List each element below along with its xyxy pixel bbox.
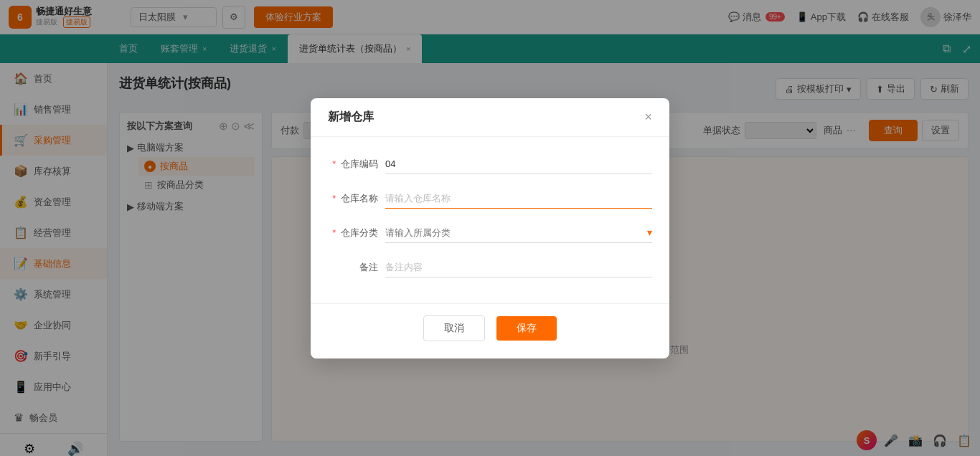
add-warehouse-modal: 新增仓库 × * 仓库编码 * 仓库名称 <box>311 98 669 358</box>
form-row-name: * 仓库名称 <box>328 189 652 209</box>
modal-overlay[interactable]: 新增仓库 × * 仓库编码 * 仓库名称 <box>0 0 980 456</box>
modal-body: * 仓库编码 * 仓库名称 * 仓库分类 <box>311 137 669 303</box>
modal-header: 新增仓库 × <box>311 98 669 137</box>
name-label: * 仓库名称 <box>328 192 385 205</box>
modal-footer: 取消 保存 <box>311 303 669 358</box>
cancel-button[interactable]: 取消 <box>423 315 485 341</box>
form-row-note: 备注 <box>328 257 652 277</box>
name-required: * <box>332 193 336 204</box>
category-select-wrapper: ▾ <box>385 223 652 243</box>
category-label: * 仓库分类 <box>328 227 385 239</box>
save-button[interactable]: 保存 <box>496 316 557 341</box>
form-row-category: * 仓库分类 ▾ <box>328 223 652 243</box>
name-input[interactable] <box>385 189 652 209</box>
code-label: * 仓库编码 <box>328 158 385 171</box>
code-required: * <box>332 158 336 169</box>
note-label: 备注 <box>328 261 385 274</box>
form-row-code: * 仓库编码 <box>328 154 652 174</box>
note-input[interactable] <box>385 257 652 277</box>
modal-close-button[interactable]: × <box>644 110 652 125</box>
category-chevron-icon: ▾ <box>647 227 652 238</box>
category-required: * <box>332 227 336 238</box>
code-input[interactable] <box>385 154 652 174</box>
category-select-input[interactable] <box>385 223 647 242</box>
modal-title: 新增仓库 <box>328 110 374 125</box>
